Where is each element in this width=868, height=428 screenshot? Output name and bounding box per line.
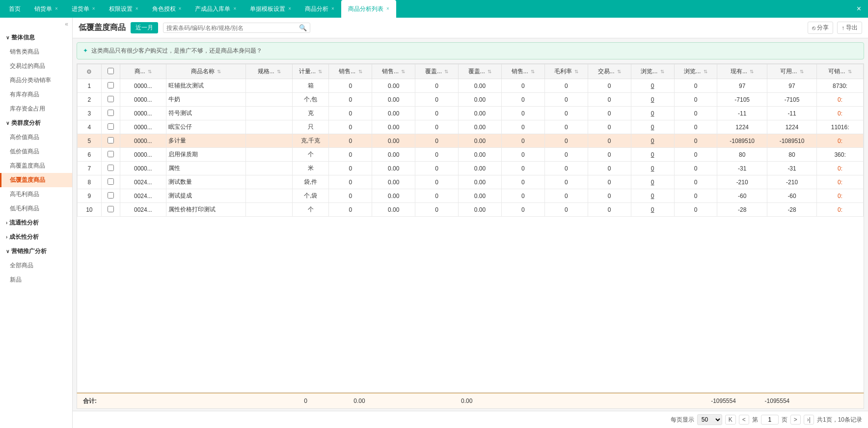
- tab-purchase-order[interactable]: 进货单 ×: [65, 0, 102, 18]
- prev-page-button[interactable]: <: [739, 415, 749, 425]
- close-icon[interactable]: ×: [331, 0, 334, 18]
- sidebar-group-cluster-header[interactable]: ∨ 类群度分析: [0, 116, 72, 130]
- row-browse1[interactable]: 0: [631, 120, 674, 134]
- next-page-button[interactable]: >: [790, 415, 801, 425]
- row-browse1[interactable]: 0: [631, 189, 674, 203]
- close-icon[interactable]: ×: [92, 0, 95, 18]
- th-name[interactable]: 商品名称 ⇅: [166, 64, 246, 79]
- row-saleable: 0:: [817, 175, 864, 189]
- row-checkbox[interactable]: [101, 120, 120, 134]
- th-spec[interactable]: 规格... ⇅: [246, 64, 293, 79]
- row-sales3: 0: [501, 203, 544, 217]
- row-checkbox[interactable]: [101, 162, 120, 175]
- sidebar-item-low-margin[interactable]: 低毛利商品: [0, 201, 72, 216]
- th-sales3[interactable]: 销售... ⇅: [501, 64, 544, 79]
- tab-template[interactable]: 单据模板设置 ×: [243, 0, 298, 18]
- th-saleable[interactable]: 可销... ⇅: [817, 64, 864, 79]
- page-title: 低覆盖度商品: [79, 23, 126, 33]
- row-checkbox[interactable]: [101, 148, 120, 162]
- th-available[interactable]: 可用... ⇅: [767, 64, 816, 79]
- tab-home[interactable]: 首页: [2, 0, 27, 18]
- th-settings[interactable]: ⚙: [78, 64, 102, 79]
- row-browse1[interactable]: 0: [631, 148, 674, 162]
- tab-sales-order[interactable]: 销货单 ×: [27, 0, 65, 18]
- row-browse1[interactable]: 0: [631, 203, 674, 217]
- close-icon[interactable]: ×: [386, 0, 389, 18]
- row-code: 0024...: [120, 189, 166, 203]
- close-all-button[interactable]: ×: [852, 4, 866, 13]
- search-icon: 🔍: [299, 24, 307, 31]
- sidebar-group-circulation-header[interactable]: › 流通性分析: [0, 216, 72, 230]
- close-icon[interactable]: ×: [233, 0, 236, 18]
- th-sales2[interactable]: 销售... ⇅: [372, 64, 415, 79]
- tab-product-analysis[interactable]: 商品分析 ×: [298, 0, 341, 18]
- sidebar-item-capital-occupy[interactable]: 库存资金占用: [0, 102, 72, 116]
- page-input[interactable]: [761, 415, 779, 425]
- row-current: 97: [717, 79, 767, 93]
- row-checkbox[interactable]: [101, 175, 120, 189]
- row-browse1[interactable]: 0: [631, 79, 674, 93]
- sidebar-item-all-goods[interactable]: 全部商品: [0, 258, 72, 273]
- close-icon[interactable]: ×: [179, 0, 182, 18]
- search-input[interactable]: [166, 25, 299, 31]
- row-checkbox[interactable]: [101, 203, 120, 217]
- close-icon[interactable]: ×: [288, 0, 291, 18]
- tab-role[interactable]: 角色授权 ×: [145, 0, 189, 18]
- row-checkbox[interactable]: [101, 79, 120, 93]
- sidebar-item-traded-goods[interactable]: 交易过的商品: [0, 59, 72, 73]
- sidebar-item-low-value[interactable]: 低价值商品: [0, 144, 72, 159]
- row-checkbox[interactable]: [101, 134, 120, 148]
- sidebar-collapse-button[interactable]: «: [0, 18, 72, 30]
- data-table: ⚙ 商... ⇅ 商品名称 ⇅: [77, 64, 864, 217]
- row-checkbox[interactable]: [101, 189, 120, 203]
- row-sales2: 0.00: [372, 107, 415, 120]
- table-row: 100024...属性价格打印测试个00.0000.0000000-28-280…: [78, 203, 864, 217]
- th-unit[interactable]: 计量... ⇅: [293, 64, 329, 79]
- row-browse1[interactable]: 0: [631, 107, 674, 120]
- sidebar-group-overall-header[interactable]: ∨ 整体信息: [0, 30, 72, 45]
- row-browse1[interactable]: 0: [631, 134, 674, 148]
- row-browse1[interactable]: 0: [631, 93, 674, 107]
- footer-spacer2: [493, 397, 697, 405]
- th-checkbox[interactable]: [101, 64, 120, 79]
- th-sales1[interactable]: 销售... ⇅: [329, 64, 372, 79]
- select-all-checkbox[interactable]: [108, 68, 114, 74]
- sidebar-item-high-margin[interactable]: 高毛利商品: [0, 187, 72, 201]
- time-filter-button[interactable]: 近一月: [131, 22, 158, 33]
- tab-product-analysis-list[interactable]: 商品分析列表 ×: [341, 0, 396, 18]
- export-button[interactable]: ↑ 导出: [837, 22, 862, 34]
- th-code[interactable]: 商... ⇅: [120, 64, 166, 79]
- th-cover2[interactable]: 覆盖... ⇅: [459, 64, 502, 79]
- close-icon[interactable]: ×: [136, 0, 138, 18]
- th-cover1[interactable]: 覆盖... ⇅: [415, 64, 459, 79]
- per-page-select[interactable]: 50 100 200: [697, 414, 722, 425]
- tab-permission[interactable]: 权限设置 ×: [102, 0, 145, 18]
- th-trade[interactable]: 交易... ⇅: [588, 64, 631, 79]
- share-button[interactable]: ⎋ 分享: [808, 22, 833, 34]
- row-gross-rate: 0: [544, 107, 588, 120]
- sidebar-group-marketing-header[interactable]: ∨ 营销推广分析: [0, 244, 72, 258]
- sidebar-item-high-value[interactable]: 高价值商品: [0, 130, 72, 144]
- first-page-button[interactable]: K: [725, 415, 736, 425]
- row-browse1[interactable]: 0: [631, 162, 674, 175]
- th-current[interactable]: 现有... ⇅: [717, 64, 767, 79]
- header-actions: ⎋ 分享 ↑ 导出: [808, 22, 862, 34]
- sidebar-item-new-goods[interactable]: 新品: [0, 273, 72, 287]
- sort-icon: ⇅: [444, 69, 448, 74]
- sidebar-item-sales-goods[interactable]: 销售类商品: [0, 45, 72, 59]
- th-browse2[interactable]: 浏览... ⇅: [674, 64, 717, 79]
- sidebar-item-low-coverage[interactable]: 低覆盖度商品: [0, 173, 72, 187]
- settings-icon[interactable]: ⚙: [86, 68, 92, 75]
- last-page-button[interactable]: ›|: [804, 415, 814, 425]
- close-icon[interactable]: ×: [55, 0, 58, 18]
- row-checkbox[interactable]: [101, 107, 120, 120]
- th-gross-rate[interactable]: 毛利率 ⇅: [544, 64, 588, 79]
- sidebar-group-growth-header[interactable]: › 成长性分析: [0, 230, 72, 244]
- th-browse1[interactable]: 浏览... ⇅: [631, 64, 674, 79]
- sidebar-item-category-rate[interactable]: 商品分类动销率: [0, 73, 72, 87]
- tab-product-in[interactable]: 产成品入库单 ×: [188, 0, 243, 18]
- sidebar-item-high-coverage[interactable]: 高覆盖度商品: [0, 159, 72, 173]
- sidebar-item-stock-goods[interactable]: 有库存商品: [0, 87, 72, 102]
- row-checkbox[interactable]: [101, 93, 120, 107]
- row-browse1[interactable]: 0: [631, 175, 674, 189]
